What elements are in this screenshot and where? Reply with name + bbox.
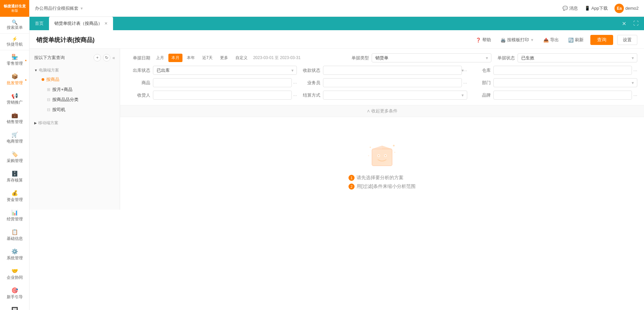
department-control: ▼ <box>493 78 637 87</box>
sidebar-item-retail[interactable]: 🏪 零售管理 <box>0 50 29 70</box>
doc-status-select[interactable]: 已生效 <box>518 53 637 62</box>
sidebar-item-operation-label: 经营管理 <box>7 216 23 222</box>
receipt-status-dots[interactable]: ··· <box>463 68 467 73</box>
refresh-icon: 🔄 <box>568 38 574 43</box>
sidebar-quicknav[interactable]: ⚡ 快捷导航 <box>0 34 29 50</box>
settings-btn[interactable]: 设置 <box>617 35 637 45</box>
product-dots[interactable]: ··· <box>293 80 297 86</box>
sidebar-item-guide[interactable]: 🎯 新手引导 <box>0 284 29 303</box>
operation-icon: 📊 <box>11 209 18 216</box>
date-btn-this-month[interactable]: 本月 <box>168 54 182 62</box>
collapse-more-btn[interactable]: ∧ 收起更多条件 <box>120 105 644 117</box>
filter-field-doc-type: 单据类型 销货单 ▼ <box>345 53 491 62</box>
svg-point-6 <box>393 145 395 147</box>
date-btn-custom[interactable]: 自定义 <box>232 54 251 62</box>
app-download-icon: 📱 <box>585 6 590 11</box>
empty-tip-2: 2 用[过滤]条件来缩小分析范围 <box>348 184 416 190</box>
sidebar-item-system[interactable]: ⚙️ 系统管理 <box>0 245 29 264</box>
print-template-btn[interactable]: 🖨️ 按模板打印 ▼ <box>498 36 537 44</box>
sidebar-item-ecommerce[interactable]: 🛒 电商管理 <box>0 128 29 148</box>
tree-section-mobile: ▶ 移动端方案 <box>30 117 120 127</box>
salesperson-label: 业务员 <box>297 80 320 86</box>
date-label: 单据日期 <box>127 55 150 61</box>
warehouse-input[interactable] <box>493 66 632 75</box>
sidebar-item-basic[interactable]: 📋 基础信息 <box>0 225 29 245</box>
collapse-panel-btn[interactable]: « <box>112 55 115 60</box>
salesperson-dots[interactable]: ··· <box>463 80 467 86</box>
tab-minimize-btn[interactable]: ✕ <box>619 19 629 28</box>
sidebar-item-operation[interactable]: 📊 经营管理 <box>0 206 29 225</box>
sidebar-item-retail-label: 零售管理 <box>7 61 23 66</box>
doc-type-label: 单据类型 <box>345 55 369 61</box>
top-header: 办公用品行业模拟账套 ▼ 💬 消息 📱 App下载 Ea demo2 <box>30 0 644 17</box>
sidebar-item-purchase[interactable]: 🏷️ 采购管理 <box>0 148 29 167</box>
tab-home[interactable]: 首页 <box>30 17 49 30</box>
right-content: 单据日期 上月 本月 本年 近7天 更多 自定义 <box>120 49 644 210</box>
sidebar-item-finance[interactable]: 💰 资金管理 <box>0 187 29 206</box>
tree-node-by-month-product[interactable]: ⊞ 按月+商品 <box>30 85 120 95</box>
sidebar-item-wholesale[interactable]: 📦 批发管理 <box>0 70 29 89</box>
tree-node-by-category-label: 按商品品分类 <box>52 97 78 103</box>
filter-field-settlement: 结算方式 ▼ <box>297 91 467 100</box>
date-btn-more[interactable]: 更多 <box>217 54 231 62</box>
help-btn[interactable]: ❓ 帮助 <box>473 36 494 44</box>
collapse-more-label: ∧ 收起更多条件 <box>367 108 398 113</box>
sidebar-item-sales-label: 销售管理 <box>7 119 23 125</box>
sidebar-item-appcenter[interactable]: 🔲 应用中心 <box>0 303 29 310</box>
app-download-btn[interactable]: 📱 App下载 <box>585 5 608 11</box>
sales-icon: 💼 <box>11 112 18 118</box>
search-btn-label: 查询 <box>597 37 606 43</box>
tab-close-btn[interactable]: ✕ <box>104 21 108 26</box>
tab-maximize-btn[interactable]: ⛶ <box>631 19 641 28</box>
tree-node-by-category[interactable]: ⊟ 按商品品分类 <box>30 95 120 105</box>
filter-row-2: 出库状态 已出库 ▼ 收款状态 <box>127 66 637 75</box>
department-input[interactable] <box>493 78 637 87</box>
tab-sales-stats-label: 销货单统计表（按商品） <box>54 20 102 27</box>
refresh-plan-btn[interactable]: ↻ <box>103 54 110 61</box>
sidebar-search-label: 搜索菜单 <box>2 25 27 31</box>
sidebar-item-marketing[interactable]: 📢 营销推广 <box>0 89 29 109</box>
sidebar-item-system-label: 系统管理 <box>7 255 23 261</box>
date-btn-last-month[interactable]: 上月 <box>153 54 167 62</box>
sidebar-item-enterprise[interactable]: 🤝 企业协同 <box>0 264 29 284</box>
brand-input[interactable] <box>493 91 632 100</box>
user-profile-btn[interactable]: Ea demo2 <box>614 4 639 13</box>
avatar: Ea <box>614 4 624 13</box>
export-btn[interactable]: 📤 导出 <box>541 36 561 44</box>
receiver-label: 收货人 <box>127 92 150 98</box>
sidebar-item-inventory[interactable]: 🗄️ 库存核算 <box>0 167 29 187</box>
product-input[interactable] <box>153 78 292 87</box>
refresh-btn[interactable]: 🔄 刷新 <box>566 36 586 44</box>
receiver-input[interactable] <box>153 91 292 100</box>
message-btn[interactable]: 💬 消息 <box>562 5 578 11</box>
salesperson-input[interactable] <box>323 78 462 87</box>
out-status-select[interactable]: 已出库 <box>153 66 297 75</box>
salesperson-control: ··· <box>323 78 467 87</box>
tree-node-by-driver[interactable]: ⊟ 按司机 <box>30 105 120 115</box>
main-layout: 按以下方案查询 + ↻ « ▼ 电脑端方案 按商品 <box>30 49 644 210</box>
app-download-label: App下载 <box>591 5 608 11</box>
date-btn-7days[interactable]: 近7天 <box>199 54 216 62</box>
tab-sales-stats[interactable]: 销货单统计表（按商品） ✕ <box>49 17 113 30</box>
add-plan-btn[interactable]: + <box>94 54 101 61</box>
search-btn[interactable]: 查询 <box>590 35 613 45</box>
sidebar-item-sales[interactable]: 💼 销售管理 <box>0 109 29 128</box>
doc-type-select[interactable]: 销货单 <box>372 53 491 62</box>
enterprise-icon: 🤝 <box>11 268 18 274</box>
tree-arrow-pc: ▼ <box>34 68 38 72</box>
date-btn-this-year[interactable]: 本年 <box>184 54 198 62</box>
receipt-status-input[interactable] <box>323 66 462 75</box>
tree-node-by-product[interactable]: 按商品 <box>30 74 120 85</box>
filter-field-department: 部门 ▼ <box>467 78 637 87</box>
filter-field-out-status: 出库状态 已出库 ▼ <box>127 66 297 75</box>
basic-icon: 📋 <box>11 229 18 235</box>
warehouse-dots[interactable]: ··· <box>633 68 637 73</box>
settlement-input[interactable] <box>323 91 467 100</box>
filter-form: 单据日期 上月 本月 本年 近7天 更多 自定义 <box>120 49 644 105</box>
svg-point-8 <box>368 155 369 156</box>
receiver-dots[interactable]: ··· <box>293 93 297 98</box>
brand-dots[interactable]: ··· <box>633 93 637 98</box>
sidebar-search[interactable]: 🔍 搜索菜单 <box>0 17 29 34</box>
help-label: 帮助 <box>482 37 491 43</box>
warehouse-control: ··· <box>493 66 637 75</box>
